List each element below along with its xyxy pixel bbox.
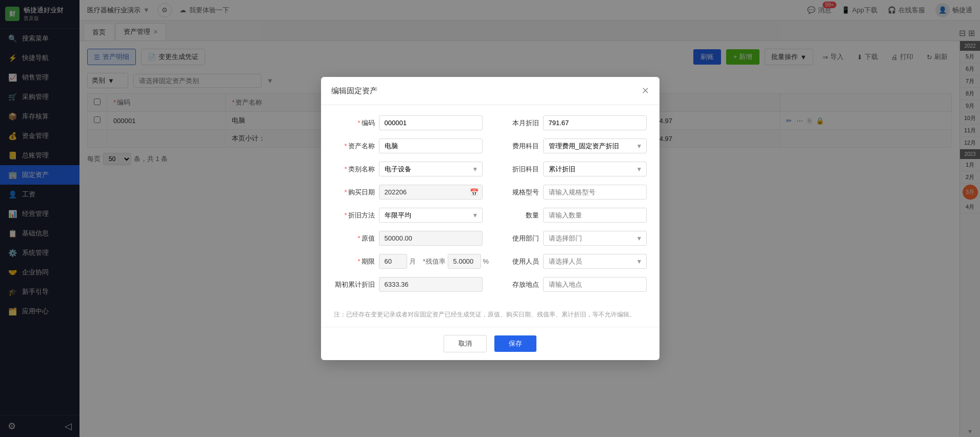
- expense-subject-select[interactable]: [543, 138, 647, 153]
- form-row-initial-dep: 期初累计折旧: [334, 277, 483, 292]
- initial-dep-input[interactable]: [379, 277, 483, 292]
- note-text: 注：已经存在变更记录或者对应固定资产已经生成凭证，原值、购买日期、残值率、累计折…: [334, 311, 635, 318]
- original-value-label: *原值: [334, 234, 375, 243]
- dep-subject-select[interactable]: [543, 162, 647, 176]
- save-button[interactable]: 保存: [494, 335, 536, 352]
- form-row-location: 存放地点: [498, 277, 647, 292]
- code-label: *编码: [334, 118, 375, 128]
- period-group: 月 *残值率 %: [379, 254, 483, 269]
- calendar-icon: 📅: [470, 188, 478, 196]
- form-row-quantity: 数量: [498, 208, 647, 223]
- period-unit: 月: [409, 257, 416, 266]
- spec-label: 规格型号: [498, 188, 539, 197]
- residual-rate-label: *残值率: [423, 257, 446, 266]
- quantity-label: 数量: [498, 211, 539, 220]
- expense-subject-label: 费用科目: [498, 142, 539, 151]
- form-row-category: *类别名称 ▼: [334, 162, 483, 176]
- form-col-left: *编码 *资产名称 *类别名称: [334, 115, 483, 300]
- residual-rate-unit: %: [483, 257, 489, 265]
- cancel-button[interactable]: 取消: [444, 335, 487, 352]
- person-select-wrap: ▼: [543, 254, 647, 269]
- category-select-wrap: ▼: [379, 162, 483, 176]
- person-select[interactable]: [543, 254, 647, 269]
- modal-close-button[interactable]: ✕: [642, 85, 649, 96]
- form-col-right: 本月折旧 费用科目 ▼: [498, 115, 647, 300]
- name-label: *资产名称: [334, 142, 375, 151]
- modal-title: 编辑固定资产: [331, 86, 377, 96]
- dept-select-wrap: ▼: [543, 231, 647, 246]
- form-row-person: 使用人员 ▼: [498, 254, 647, 269]
- form-row-period: *期限 月 *残值率 %: [334, 254, 483, 269]
- form-row-spec: 规格型号: [498, 185, 647, 200]
- expense-subject-wrap: ▼: [543, 138, 647, 153]
- period-input[interactable]: [379, 254, 407, 269]
- spec-input[interactable]: [543, 185, 647, 200]
- dep-method-select[interactable]: [379, 208, 483, 223]
- monthly-dep-input[interactable]: [543, 115, 647, 130]
- period-label: *期限: [334, 257, 375, 266]
- location-input[interactable]: [543, 277, 647, 292]
- dept-select[interactable]: [543, 231, 647, 246]
- person-label: 使用人员: [498, 257, 539, 266]
- modal-header: 编辑固定资产 ✕: [321, 77, 659, 105]
- date-input-wrap: 📅: [379, 185, 483, 200]
- location-label: 存放地点: [498, 280, 539, 289]
- modal-footer: 取消 保存: [321, 327, 659, 360]
- form-row-name: *资产名称: [334, 138, 483, 153]
- purchase-date-label: *购买日期: [334, 188, 375, 197]
- residual-rate-input[interactable]: [448, 254, 481, 269]
- name-input[interactable]: [379, 138, 483, 153]
- purchase-date-input[interactable]: [379, 185, 483, 200]
- form-row-code: *编码: [334, 115, 483, 130]
- form-row-original-value: *原值: [334, 231, 483, 246]
- modal-overlay: 编辑固定资产 ✕ *编码 *资产名称: [0, 0, 980, 437]
- form-row-monthly-dep: 本月折旧: [498, 115, 647, 130]
- form-grid: *编码 *资产名称 *类别名称: [334, 115, 647, 300]
- form-row-dep-method: *折旧方法 ▼: [334, 208, 483, 223]
- form-row-dept: 使用部门 ▼: [498, 231, 647, 246]
- monthly-dep-label: 本月折旧: [498, 118, 539, 128]
- form-row-purchase-date: *购买日期 📅: [334, 185, 483, 200]
- edit-asset-modal: 编辑固定资产 ✕ *编码 *资产名称: [321, 77, 659, 360]
- form-row-expense-subject: 费用科目 ▼: [498, 138, 647, 153]
- modal-note: 注：已经存在变更记录或者对应固定资产已经生成凭证，原值、购买日期、残值率、累计折…: [321, 310, 659, 327]
- dep-method-label: *折旧方法: [334, 211, 375, 220]
- category-name-label: *类别名称: [334, 165, 375, 174]
- form-row-dep-subject: 折旧科目 ▼: [498, 162, 647, 176]
- quantity-input[interactable]: [543, 208, 647, 223]
- category-select[interactable]: [379, 162, 483, 176]
- original-value-input[interactable]: [379, 231, 483, 246]
- initial-dep-label: 期初累计折旧: [334, 280, 375, 289]
- dep-subject-wrap: ▼: [543, 162, 647, 176]
- dept-label: 使用部门: [498, 234, 539, 243]
- dep-subject-label: 折旧科目: [498, 165, 539, 174]
- code-input[interactable]: [379, 115, 483, 130]
- dep-method-select-wrap: ▼: [379, 208, 483, 223]
- modal-body: *编码 *资产名称 *类别名称: [321, 105, 659, 310]
